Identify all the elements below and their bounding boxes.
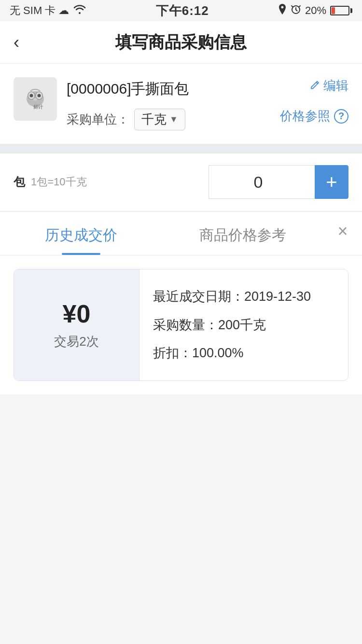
nav-header: ‹ 填写商品采购信息 [0,21,362,64]
history-discount-value: 100.00% [192,346,244,360]
main-background [0,394,362,644]
history-discount-row: 折扣：100.00% [153,343,334,363]
quantity-input[interactable]: 0 [209,165,315,199]
history-trade-count: 交易2次 [54,333,98,350]
price-ref-help-icon: ? [334,109,348,124]
tab-product-price-ref[interactable]: 商品价格参考 [162,212,323,255]
history-quantity-row: 采购数量：200千克 [153,315,334,335]
svg-point-5 [38,94,41,98]
history-date-row: 最近成交日期：2019-12-30 [153,287,334,307]
battery-icon [330,6,352,15]
history-quantity-value: 200千克 [218,318,266,332]
history-date-value: 2019-12-30 [244,289,311,304]
svg-point-6 [33,98,37,101]
history-content: ¥0 交易2次 最近成交日期：2019-12-30 采购数量：200千克 折扣：… [0,255,362,394]
history-card-left: ¥0 交易2次 [14,269,139,380]
quantity-plus-button[interactable]: + [315,165,348,199]
sim-status: 无 SIM 卡 ☁ [10,3,69,18]
history-card: ¥0 交易2次 最近成交日期：2019-12-30 采购数量：200千克 折扣：… [14,269,348,381]
edit-button[interactable]: 编辑 [310,77,348,94]
quantity-controls: 0 + [209,165,348,199]
tab-close-button[interactable]: × [323,221,362,246]
unit-dropdown[interactable]: 千克 ▼ [134,109,185,130]
quantity-row: 包 1包=10千克 0 + [0,154,362,210]
unit-value: 千克 [141,111,167,128]
tabs-container: 历史成交价 商品价格参考 × ¥0 交易2次 最近成交日期：2019-12-30… [0,211,362,394]
history-date-label: 最近成交日期： [153,289,244,304]
edit-label: 编辑 [323,77,348,94]
status-right: 20% [278,4,352,17]
svg-point-4 [30,94,33,98]
product-image-icon: 鲜计 [21,82,50,116]
alarm-icon [291,4,301,17]
edit-icon [310,78,320,93]
status-bar: 无 SIM 卡 ☁ 下午6:12 20% [0,0,362,21]
unit-label: 采购单位： [67,111,129,128]
page-title: 填写商品采购信息 [115,31,247,54]
tab-history-price[interactable]: 历史成交价 [0,212,162,255]
status-left: 无 SIM 卡 ☁ [10,3,86,18]
status-time: 下午6:12 [156,2,209,19]
tabs-header: 历史成交价 商品价格参考 × [0,212,362,255]
quantity-unit-badge: 包 [14,174,25,190]
product-name: [0000006]手撕面包 [67,79,189,99]
product-card: 鲜计 [0000006]手撕面包 采购单位： 千克 ▼ [0,64,362,144]
price-ref-button[interactable]: 价格参照 ? [280,108,348,125]
product-thumbnail: 鲜计 [14,77,57,121]
location-icon [278,4,287,17]
section-divider [0,144,362,154]
quantity-sub-label: 1包=10千克 [31,175,87,189]
svg-text:鲜计: 鲜计 [33,104,43,110]
price-ref-label: 价格参照 [280,108,330,125]
history-quantity-label: 采购数量： [153,318,218,332]
history-card-right: 最近成交日期：2019-12-30 采购数量：200千克 折扣：100.00% [139,269,348,380]
back-button[interactable]: ‹ [14,32,19,53]
history-price-value: ¥0 [63,299,91,328]
history-discount-label: 折扣： [153,346,192,360]
wifi-icon [73,4,86,17]
dropdown-arrow-icon: ▼ [169,114,178,125]
tab-active-indicator [62,253,100,255]
battery-percent: 20% [305,4,326,17]
